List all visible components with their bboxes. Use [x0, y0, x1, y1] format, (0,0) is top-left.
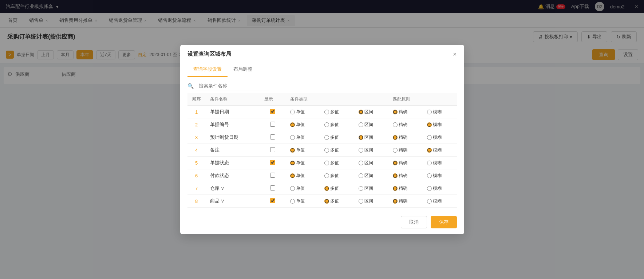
search-input[interactable] — [196, 82, 269, 88]
dialog-title: 设置查询区域布局 — [187, 51, 231, 58]
search-icon: 🔍 — [187, 83, 194, 88]
dialog-close-button[interactable]: × — [453, 51, 457, 58]
dialog-tabs: 查询字段设置 布局调整 — [180, 62, 464, 77]
dialog-tab-layout[interactable]: 布局调整 — [228, 62, 258, 77]
dialog-overlay: 设置查询区域布局 × 查询字段设置 布局调整 🔍 顺序 条件名称 显示 条件类型 — [0, 0, 644, 88]
dialog-header: 设置查询区域布局 × — [180, 45, 464, 62]
search-row: 🔍 — [180, 77, 464, 88]
settings-dialog: 设置查询区域布局 × 查询字段设置 布局调整 🔍 顺序 条件名称 显示 条件类型 — [180, 45, 464, 88]
dialog-tab-query-fields[interactable]: 查询字段设置 — [187, 62, 228, 77]
